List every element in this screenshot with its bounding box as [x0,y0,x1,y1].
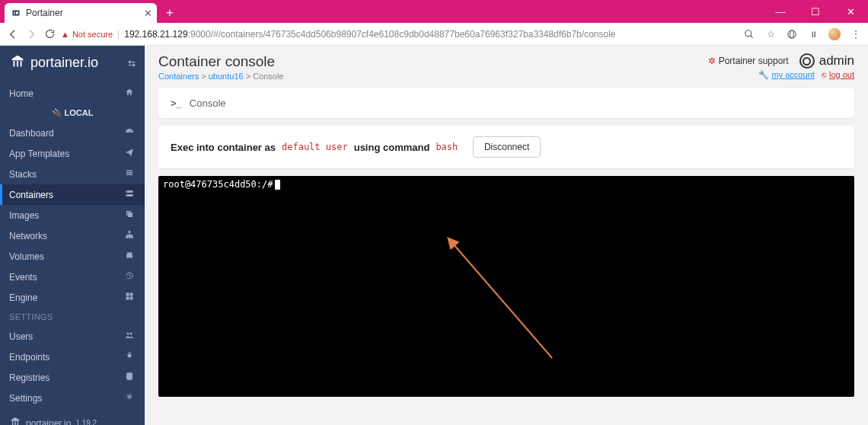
brand: portainer.io ⇆ [0,46,145,83]
exec-cmd: bash [436,142,458,152]
exec-prefix: Exec into container as [171,142,276,153]
sidebar-settings-header: SETTINGS [0,308,145,326]
plug-icon [123,351,136,363]
hdd-icon [123,251,136,262]
th-icon [123,292,136,303]
tab-title: Portainer [26,8,63,18]
new-tab-button[interactable]: + [161,5,178,21]
list-icon [123,168,136,180]
sidebar-item-home[interactable]: Home [0,83,145,104]
brand-logo-icon [9,53,26,72]
nav-reload-icon[interactable] [43,27,56,41]
terminal-prompt: root@476735c4dd50:/# [163,179,273,190]
logout-icon: ⎋ [822,70,827,79]
breadcrumb-current: Console [253,72,283,81]
zoom-icon[interactable] [743,28,755,40]
window-close-icon[interactable]: ✕ [833,0,868,23]
profile-avatar-icon[interactable] [828,28,841,40]
user-display: admin [799,53,854,69]
sidebar-footer: portainer.io 1.19.2 [0,408,145,425]
nav-back-icon[interactable] [6,27,20,41]
sidebar-item-stacks[interactable]: Stacks [0,164,145,184]
sidebar-item-images[interactable]: Images [0,205,145,225]
svg-point-4 [127,195,128,196]
support-link[interactable]: Portainer support [719,56,789,66]
sidebar-toggle-icon[interactable]: ⇆ [128,58,136,69]
terminal-prompt-icon: >_ [171,97,182,109]
exec-row: Exec into container as default user usin… [158,126,854,168]
footer-logo-icon [9,416,21,425]
security-label: Not secure [72,30,113,39]
sidebar-item-volumes[interactable]: Volumes [0,246,145,267]
browser-menu-icon[interactable]: ⋮ [850,28,862,40]
terminal-cursor [275,180,280,190]
my-account-link[interactable]: my account [771,70,814,79]
server-icon [123,189,136,200]
nav-forward-icon[interactable] [24,27,38,41]
window-minimize-icon[interactable]: — [763,0,798,23]
breadcrumb-containers[interactable]: Containers [158,72,199,81]
sidebar-settings-settings[interactable]: Settings [0,388,145,408]
database-icon [123,372,136,383]
logout-link[interactable]: log out [829,70,854,79]
history-icon [123,271,136,283]
sidebar-item-app-templates[interactable]: App Templates [0,143,145,164]
sidebar-item-networks[interactable]: Networks [0,225,145,246]
terminal[interactable]: root@476735c4dd50:/# [158,176,854,397]
paused-icon[interactable]: ⏸ [807,28,819,40]
security-badge[interactable]: ▲ Not secure [61,30,113,39]
sitemap-icon [123,230,136,241]
sidebar-item-events[interactable]: Events [0,267,145,287]
brand-text: portainer.io [30,55,98,71]
browser-tab[interactable]: Portainer ✕ [5,3,157,23]
console-panel-title: Console [190,97,226,109]
user-icon [799,53,815,69]
svg-point-0 [745,30,752,36]
svg-point-5 [126,372,132,375]
sidebar-item-containers[interactable]: Containers [0,184,145,205]
lifebuoy-icon: ✲ [708,56,716,66]
exec-mid: using command [354,142,430,153]
sidebar-settings-registries[interactable]: Registries [0,367,145,388]
tab-close-icon[interactable]: ✕ [144,8,152,19]
sidebar-item-dashboard[interactable]: Dashboard [0,123,145,143]
url-text[interactable]: 192.168.21.129:9000/#/containers/476735c… [124,29,739,40]
browser-addressbar: ▲ Not secure | 192.168.21.129:9000/#/con… [0,23,868,46]
clone-icon [123,209,136,221]
warning-icon: ▲ [61,30,69,39]
tab-favicon-icon [11,8,21,18]
plug-icon: 🔌 [52,108,62,117]
exec-user: default user [282,142,348,152]
svg-point-3 [127,191,128,192]
tachometer-icon [123,127,136,139]
browser-titlebar: Portainer ✕ + — ☐ ✕ [0,0,868,23]
separator: | [117,29,120,40]
sidebar-settings-users[interactable]: Users [0,326,145,347]
page-title: Container console [158,53,284,70]
disconnect-button[interactable]: Disconnect [473,136,541,158]
paper-plane-icon [123,148,136,159]
main-content: Container console Containers > ubuntu16 … [145,46,868,425]
wrench-icon: 🔧 [758,70,769,79]
window-controls: — ☐ ✕ [763,0,868,23]
svg-point-2 [790,30,794,38]
svg-point-1 [788,30,796,38]
breadcrumb-container-name[interactable]: ubuntu16 [209,72,244,81]
window-maximize-icon[interactable]: ☐ [798,0,833,23]
breadcrumb: Containers > ubuntu16 > Console [158,72,284,81]
console-panel-header: >_ Console [158,88,854,118]
sidebar-settings-endpoints[interactable]: Endpoints [0,347,145,367]
extension-icon[interactable] [786,28,798,40]
bookmark-star-icon[interactable]: ☆ [764,28,777,40]
sidebar-endpoint-label[interactable]: 🔌 LOCAL [0,104,145,123]
users-icon [123,331,136,342]
cogs-icon [123,392,136,404]
sidebar: portainer.io ⇆ Home 🔌 LOCAL DashboardApp… [0,46,145,425]
home-icon [123,88,136,99]
sidebar-item-engine[interactable]: Engine [0,287,145,308]
